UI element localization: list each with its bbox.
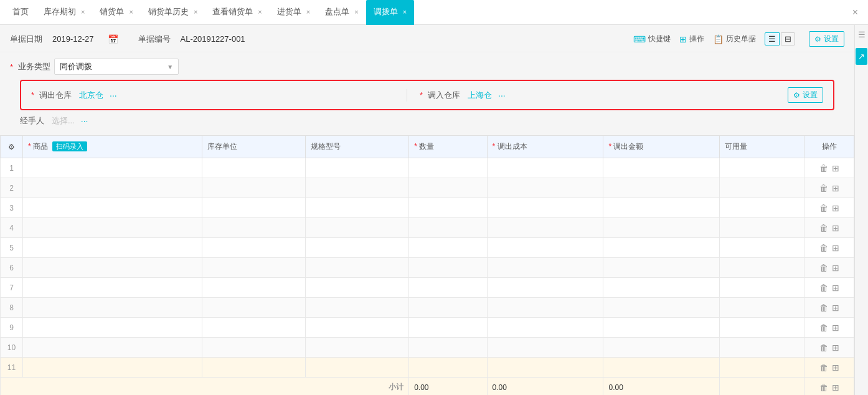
row-amount-4[interactable]	[603, 218, 720, 238]
tab-inventory-check-close[interactable]: ×	[354, 8, 358, 16]
row-qty-9[interactable]	[409, 318, 487, 338]
row-unit-10[interactable]	[202, 338, 305, 358]
row-copy-btn-10[interactable]: ⊞	[832, 343, 839, 353]
row-spec-5[interactable]	[305, 238, 408, 258]
layout-grid-btn[interactable]: ⊟	[781, 32, 795, 45]
row-amount-6[interactable]	[603, 258, 720, 278]
row-amount-5[interactable]	[603, 238, 720, 258]
subtotal-copy-btn[interactable]: ⊞	[832, 383, 839, 393]
row-cost-10[interactable]	[487, 338, 603, 358]
th-gear[interactable]: ⚙	[1, 136, 23, 158]
row-qty-6[interactable]	[409, 258, 487, 278]
tab-view-sales-close[interactable]: ×	[258, 8, 262, 16]
tab-sales-order[interactable]: 销货单 ×	[92, 0, 140, 25]
row-product-1[interactable]	[23, 158, 202, 178]
row-spec-11[interactable]	[305, 358, 408, 378]
row-delete-btn-11[interactable]: 🗑	[819, 363, 828, 373]
row-qty-1[interactable]	[409, 158, 487, 178]
row-copy-btn-7[interactable]: ⊞	[832, 283, 839, 293]
tab-purchase-order-close[interactable]: ×	[306, 8, 310, 16]
dest-warehouse-more[interactable]: ···	[498, 90, 506, 100]
row-spec-4[interactable]	[305, 218, 408, 238]
row-product-9[interactable]	[23, 318, 202, 338]
layout-list-btn[interactable]: ☰	[765, 32, 780, 45]
row-copy-btn-8[interactable]: ⊞	[832, 303, 839, 313]
row-delete-btn-9[interactable]: 🗑	[819, 323, 828, 333]
handler-more[interactable]: ···	[81, 116, 88, 126]
row-qty-3[interactable]	[409, 198, 487, 218]
row-product-11[interactable]	[23, 358, 202, 378]
tab-sales-history[interactable]: 销货单历史 ×	[141, 0, 205, 25]
row-cost-1[interactable]	[487, 158, 603, 178]
row-unit-2[interactable]	[202, 178, 305, 198]
tab-home[interactable]: 首页	[5, 0, 36, 25]
tab-transfer-order-close[interactable]: ×	[403, 8, 407, 16]
row-amount-9[interactable]	[603, 318, 720, 338]
row-copy-btn-6[interactable]: ⊞	[832, 263, 839, 273]
row-amount-1[interactable]	[603, 158, 720, 178]
row-cost-2[interactable]	[487, 178, 603, 198]
subtotal-delete-btn[interactable]: 🗑	[819, 383, 828, 393]
row-copy-btn-9[interactable]: ⊞	[832, 323, 839, 333]
row-product-6[interactable]	[23, 258, 202, 278]
row-unit-9[interactable]	[202, 318, 305, 338]
row-product-4[interactable]	[23, 218, 202, 238]
row-product-3[interactable]	[23, 198, 202, 218]
row-cost-7[interactable]	[487, 278, 603, 298]
row-amount-8[interactable]	[603, 298, 720, 318]
row-spec-9[interactable]	[305, 318, 408, 338]
window-close-button[interactable]: ×	[847, 7, 863, 18]
row-delete-btn-7[interactable]: 🗑	[819, 283, 828, 293]
row-spec-8[interactable]	[305, 298, 408, 318]
row-copy-btn-11[interactable]: ⊞	[832, 363, 839, 373]
row-delete-btn-2[interactable]: 🗑	[819, 183, 828, 193]
source-warehouse-more[interactable]: ···	[110, 90, 117, 100]
row-amount-3[interactable]	[603, 198, 720, 218]
sidebar-export-icon[interactable]: ↗	[856, 48, 867, 65]
row-qty-5[interactable]	[409, 238, 487, 258]
row-amount-2[interactable]	[603, 178, 720, 198]
row-delete-btn-1[interactable]: 🗑	[819, 163, 828, 173]
row-qty-10[interactable]	[409, 338, 487, 358]
row-amount-7[interactable]	[603, 278, 720, 298]
row-cost-9[interactable]	[487, 318, 603, 338]
row-unit-5[interactable]	[202, 238, 305, 258]
row-spec-6[interactable]	[305, 258, 408, 278]
row-product-2[interactable]	[23, 178, 202, 198]
row-product-8[interactable]	[23, 298, 202, 318]
row-unit-1[interactable]	[202, 158, 305, 178]
sidebar-list-icon[interactable]: ☰	[856, 27, 868, 42]
row-spec-1[interactable]	[305, 158, 408, 178]
row-cost-5[interactable]	[487, 238, 603, 258]
row-unit-8[interactable]	[202, 298, 305, 318]
row-qty-4[interactable]	[409, 218, 487, 238]
row-copy-btn-2[interactable]: ⊞	[832, 183, 839, 193]
row-amount-10[interactable]	[603, 338, 720, 358]
tab-inventory-init[interactable]: 库存期初 ×	[36, 0, 92, 25]
row-unit-11[interactable]	[202, 358, 305, 378]
row-cost-6[interactable]	[487, 258, 603, 278]
row-delete-btn-6[interactable]: 🗑	[819, 263, 828, 273]
row-delete-btn-10[interactable]: 🗑	[819, 343, 828, 353]
tab-purchase-order[interactable]: 进货单 ×	[270, 0, 318, 25]
row-unit-7[interactable]	[202, 278, 305, 298]
row-cost-8[interactable]	[487, 298, 603, 318]
warehouse-settings-button[interactable]: ⚙ 设置	[788, 87, 823, 103]
tab-inventory-check[interactable]: 盘点单 ×	[318, 0, 366, 25]
shortcuts-button[interactable]: ⌨ 快捷键	[633, 34, 671, 44]
business-type-select[interactable]: 同价调拨 ▼	[54, 59, 179, 75]
row-unit-4[interactable]	[202, 218, 305, 238]
row-delete-btn-3[interactable]: 🗑	[819, 203, 828, 213]
row-cost-4[interactable]	[487, 218, 603, 238]
row-unit-3[interactable]	[202, 198, 305, 218]
row-qty-8[interactable]	[409, 298, 487, 318]
handler-placeholder[interactable]: 选择...	[52, 115, 75, 126]
row-cost-3[interactable]	[487, 198, 603, 218]
row-spec-10[interactable]	[305, 338, 408, 358]
row-spec-7[interactable]	[305, 278, 408, 298]
row-copy-btn-3[interactable]: ⊞	[832, 203, 839, 213]
row-delete-btn-8[interactable]: 🗑	[819, 303, 828, 313]
row-qty-2[interactable]	[409, 178, 487, 198]
settings-button[interactable]: ⚙ 设置	[809, 31, 844, 47]
tab-sales-history-close[interactable]: ×	[194, 8, 197, 16]
